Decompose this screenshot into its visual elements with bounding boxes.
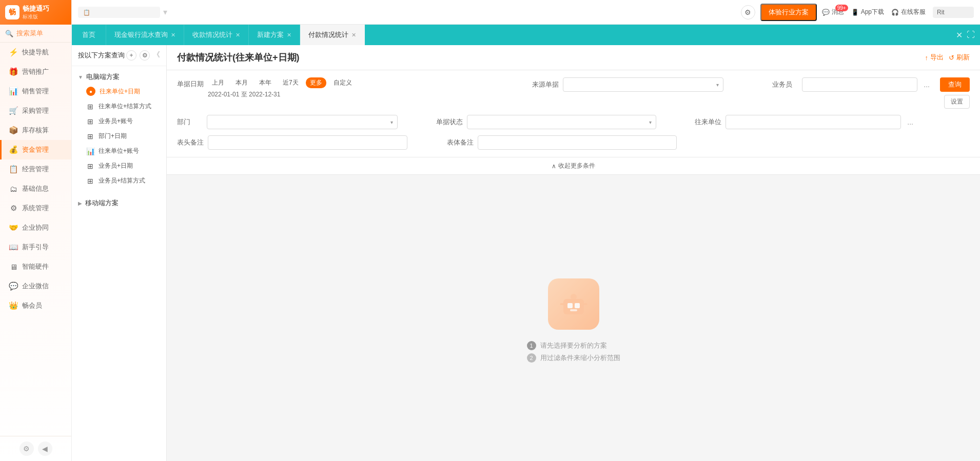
- dept-select[interactable]: ▾: [207, 115, 398, 129]
- tip-num-2: 2: [527, 353, 536, 363]
- page-header: 付款情况统计(往来单位+日期) ↑ 导出 ↺ 刷新: [167, 45, 980, 70]
- status-dropdown-icon: ▾: [649, 119, 652, 125]
- sidebar: 畅 畅捷通巧 标准版 🔍 搜索菜单 ⚡ 快捷导航 🎁 营销推广 📊 销售管理 🛒…: [0, 0, 72, 461]
- salesman-dots-btn[interactable]: ...: [922, 81, 932, 89]
- topbar-user-btn[interactable]: Rit: [933, 7, 974, 18]
- scheme-item-sales-date[interactable]: ⊞ 业务员+日期: [72, 158, 166, 173]
- export-btn[interactable]: ↑ 导出: [925, 53, 944, 62]
- tab-bank[interactable]: 现金银行流水查询 ✕: [106, 25, 184, 45]
- empty-icon: [543, 273, 604, 335]
- tab-payment[interactable]: 付款情况统计 ✕: [300, 25, 365, 45]
- topbar-gear-btn[interactable]: ⚙: [741, 5, 755, 19]
- tab-receivable[interactable]: 收款情况统计 ✕: [184, 25, 249, 45]
- scheme-item-sales-account[interactable]: ⊞ 业务员+账号: [72, 114, 166, 129]
- quick-nav-icon: ⚡: [9, 48, 18, 57]
- tab-bank-close[interactable]: ✕: [171, 32, 175, 38]
- body-note-input[interactable]: [478, 135, 677, 150]
- add-scheme-btn[interactable]: +: [126, 50, 136, 61]
- scheme-item-dept-date[interactable]: ⊞ 部门+日期: [72, 129, 166, 144]
- tab-close-all-btn[interactable]: ✕: [956, 30, 963, 40]
- collapse-more-btn[interactable]: ∧ 收起更多条件: [167, 157, 980, 175]
- msg-icon: 💬: [822, 9, 830, 16]
- sidebar-item-weixin[interactable]: 💬 企业微信: [0, 276, 71, 296]
- voucher-status-select[interactable]: ▾: [467, 115, 657, 129]
- sidebar-item-label: 基础信息: [22, 184, 49, 193]
- robot-svg: [558, 289, 589, 319]
- refresh-icon: ↺: [949, 54, 954, 62]
- sidebar-search[interactable]: 🔍 搜索菜单: [0, 25, 71, 43]
- sidebar-item-enterprise[interactable]: 🤝 企业协同: [0, 218, 71, 237]
- sidebar-item-member[interactable]: 👑 畅会员: [0, 296, 71, 315]
- topbar-app-btn[interactable]: 📱 App下载: [851, 8, 884, 16]
- topbar-msg-btn[interactable]: 💬 消息 99+: [822, 8, 844, 16]
- trial-btn[interactable]: 体验行业方案: [760, 4, 817, 21]
- tab-home[interactable]: 首页: [72, 25, 106, 45]
- search-icon: 🔍: [5, 30, 13, 37]
- tab-new-scheme-close[interactable]: ✕: [287, 32, 291, 38]
- sidebar-item-finance[interactable]: 💰 资金管理: [0, 140, 71, 159]
- sidebar-item-system[interactable]: ⚙ 系统管理: [0, 198, 71, 218]
- search-label: 搜索菜单: [16, 29, 43, 38]
- source-field: 来源单据 ▾: [532, 77, 724, 92]
- date-option-last7[interactable]: 近7天: [279, 77, 303, 88]
- sidebar-item-operation[interactable]: 📋 经营管理: [0, 159, 71, 179]
- topbar-service-btn[interactable]: 🎧 在线客服: [891, 8, 926, 16]
- left-panel: 按以下方案查询 + ⚙ 《 ▼ 电脑端方案 ● 往来单位+日期 ⊞: [72, 45, 167, 461]
- tab-receivable-label: 收款情况统计: [192, 30, 232, 39]
- refresh-btn[interactable]: ↺ 刷新: [949, 53, 970, 62]
- sidebar-item-label: 企业微信: [22, 282, 49, 291]
- sidebar-item-basic[interactable]: 🗂 基础信息: [0, 179, 71, 198]
- counterparty-dots-btn[interactable]: ...: [905, 118, 915, 126]
- desktop-scheme-title[interactable]: ▼ 电脑端方案: [72, 70, 166, 84]
- scheme-grid-icon: ⊞: [86, 103, 94, 111]
- scheme-item-unit-account[interactable]: 📊 往来单位+账号: [72, 144, 166, 158]
- sidebar-item-sales[interactable]: 📊 销售管理: [0, 82, 71, 101]
- left-panel-collapse-btn[interactable]: 《: [153, 50, 160, 61]
- scheme-item-sales-settle[interactable]: ⊞ 业务员+结算方式: [72, 173, 166, 188]
- date-option-last-month[interactable]: 上月: [208, 77, 228, 88]
- mobile-scheme-title[interactable]: ▶ 移动端方案: [72, 196, 166, 210]
- header-note-input[interactable]: [208, 135, 407, 150]
- query-btn[interactable]: 查询: [940, 77, 970, 92]
- date-option-this-month[interactable]: 本月: [231, 77, 252, 88]
- left-panel-title: 按以下方案查询: [78, 51, 125, 60]
- tab-new-scheme[interactable]: 新建方案 ✕: [249, 25, 300, 45]
- sidebar-item-quick-nav[interactable]: ⚡ 快捷导航: [0, 43, 71, 62]
- salesman-input[interactable]: [802, 77, 918, 92]
- robot-icon: [548, 278, 599, 330]
- desktop-arrow-icon: ▼: [78, 74, 83, 80]
- dept-dropdown-icon: ▾: [390, 119, 393, 125]
- sidebar-item-purchase[interactable]: 🛒 采购管理: [0, 101, 71, 121]
- sidebar-item-hardware[interactable]: 🖥 智能硬件: [0, 257, 71, 276]
- hardware-icon: 🖥: [9, 263, 18, 271]
- sidebar-settings-btn[interactable]: ⚙: [19, 442, 34, 456]
- date-option-this-year[interactable]: 本年: [255, 77, 276, 88]
- date-option-more[interactable]: 更多: [306, 77, 326, 88]
- counterparty-input[interactable]: [726, 115, 901, 129]
- service-icon: 🎧: [891, 9, 899, 16]
- settings-btn[interactable]: 设置: [944, 95, 970, 109]
- scheme-item-unit-settle[interactable]: ⊞ 往来单位+结算方式: [72, 99, 166, 114]
- content-area: 按以下方案查询 + ⚙ 《 ▼ 电脑端方案 ● 往来单位+日期 ⊞: [72, 45, 980, 461]
- body-note-label: 表体备注: [447, 138, 474, 147]
- sidebar-collapse-btn[interactable]: ◀: [38, 442, 52, 456]
- mobile-arrow-icon: ▶: [78, 201, 82, 206]
- scheme-settings-btn[interactable]: ⚙: [140, 50, 150, 61]
- svg-rect-2: [575, 303, 580, 308]
- sidebar-item-label: 快捷导航: [22, 48, 49, 57]
- date-option-custom[interactable]: 自定义: [329, 77, 356, 88]
- topbar-address: 📋 ▾: [78, 7, 736, 18]
- sidebar-item-marketing[interactable]: 🎁 营销推广: [0, 62, 71, 82]
- dept-label: 部门: [177, 117, 203, 127]
- address-bar[interactable]: 📋: [78, 7, 160, 18]
- sidebar-item-guide[interactable]: 📖 新手引导: [0, 237, 71, 257]
- address-dropdown-icon[interactable]: ▾: [163, 7, 167, 17]
- tab-receivable-close[interactable]: ✕: [236, 32, 240, 38]
- sidebar-item-label: 新手引导: [22, 243, 49, 252]
- tab-payment-close[interactable]: ✕: [351, 32, 356, 38]
- sidebar-item-inventory[interactable]: 📦 库存核算: [0, 121, 71, 140]
- tab-expand-btn[interactable]: ⛶: [967, 30, 975, 39]
- scheme-chart-icon: 📊: [86, 147, 94, 155]
- source-select[interactable]: ▾: [563, 77, 724, 92]
- scheme-item-unit-date[interactable]: ● 往来单位+日期: [72, 84, 166, 99]
